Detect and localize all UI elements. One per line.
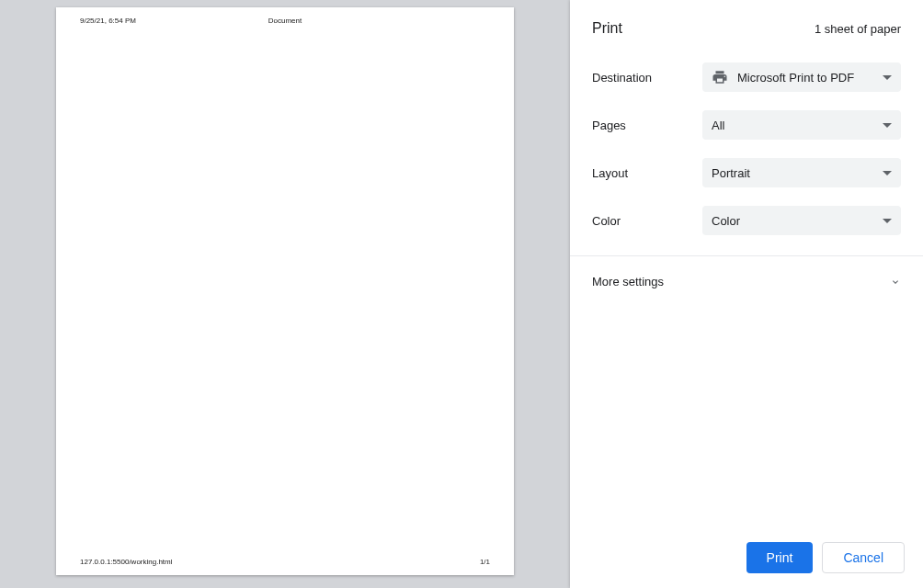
color-value: Color [712,214,875,228]
caret-down-icon [883,171,892,175]
pages-select[interactable]: All [702,110,901,140]
preview-page-indicator: 1/1 [480,558,490,566]
more-settings-label: More settings [592,275,664,288]
caret-down-icon [883,75,892,80]
layout-row: Layout Portrait [570,149,923,197]
preview-timestamp: 9/25/21, 6:54 PM [80,17,136,25]
destination-select[interactable]: Microsoft Print to PDF [702,62,901,92]
printer-icon [712,69,728,85]
layout-label: Layout [592,166,702,180]
settings-body: Destination Microsoft Print to PDF Pages… [570,53,923,527]
panel-title: Print [592,20,622,37]
chevron-down-icon [890,277,901,288]
color-row: Color Color [570,197,923,244]
color-select[interactable]: Color [702,206,901,235]
destination-value: Microsoft Print to PDF [737,71,875,85]
color-label: Color [592,214,702,228]
pages-row: Pages All [570,101,923,149]
print-preview-pane: 9/25/21, 6:54 PM Document 127.0.0.1:5500… [0,0,570,588]
destination-row: Destination Microsoft Print to PDF [570,53,923,101]
button-bar: Print Cancel [570,527,923,588]
preview-doc-title: Document [268,17,302,25]
pages-label: Pages [592,119,702,132]
settings-header: Print 1 sheet of paper [570,0,923,53]
preview-page: 9/25/21, 6:54 PM Document 127.0.0.1:5500… [56,7,514,575]
layout-select[interactable]: Portrait [702,158,901,187]
caret-down-icon [883,219,892,223]
destination-label: Destination [592,71,702,85]
layout-value: Portrait [712,166,875,180]
sheet-count: 1 sheet of paper [815,22,901,36]
preview-page-footer: 127.0.0.1:5500/working.html 1/1 [80,558,490,566]
pages-value: All [712,119,875,132]
cancel-button[interactable]: Cancel [822,542,905,573]
caret-down-icon [883,123,892,128]
more-settings-toggle[interactable]: More settings [570,256,923,307]
print-settings-pane: Print 1 sheet of paper Destination Micro… [570,0,923,588]
preview-footer-url: 127.0.0.1:5500/working.html [80,558,173,566]
preview-page-header: 9/25/21, 6:54 PM Document [80,17,490,25]
print-button[interactable]: Print [746,542,814,573]
